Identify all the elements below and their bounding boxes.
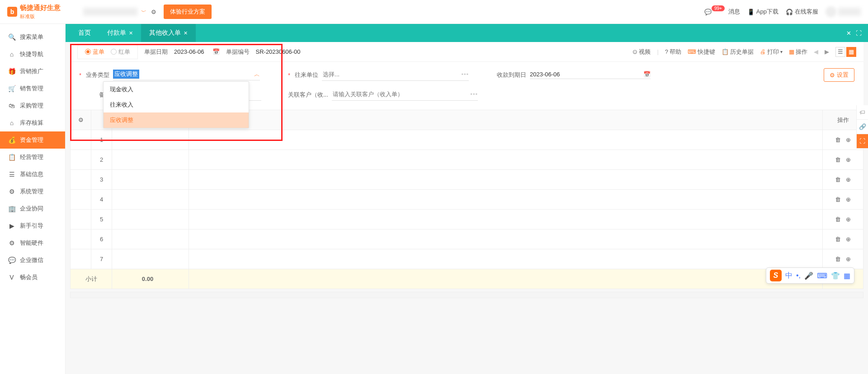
view-list-button[interactable]: ☰ bbox=[835, 47, 845, 57]
gear-icon[interactable]: ⚙ bbox=[151, 9, 156, 15]
messages-link[interactable]: 💬 99+ 消息 bbox=[704, 8, 740, 16]
due-date-input-wrap[interactable]: 2023-06-06 📅 bbox=[530, 71, 651, 79]
close-icon[interactable]: ✕ bbox=[129, 30, 133, 36]
copy-icon[interactable]: ⊕ bbox=[846, 136, 851, 143]
online-service-link[interactable]: 🎧 在线客服 bbox=[786, 8, 818, 16]
sidebar-item-hardware[interactable]: ⚙智能硬件 bbox=[0, 234, 65, 252]
ime-toolbar[interactable]: S 中 •, 🎤 ⌨ 👕 ▦ bbox=[766, 267, 854, 284]
sidebar-item-wechat[interactable]: 💬企业微信 bbox=[0, 252, 65, 269]
sidebar-item-purchase[interactable]: 🛍采购管理 bbox=[0, 97, 65, 114]
delete-icon[interactable]: 🗑 bbox=[835, 136, 841, 143]
biz-type-value: 应收调整 bbox=[113, 70, 139, 79]
sidebar-item-inventory[interactable]: ⌂库存核算 bbox=[0, 114, 65, 131]
table-row[interactable]: 7 🗑 ⊕ bbox=[71, 249, 863, 269]
tabs-close-icon[interactable]: ✕ bbox=[846, 30, 851, 37]
sidebar-item-business[interactable]: 📋经营管理 bbox=[0, 149, 65, 166]
biz-type-select[interactable]: 应收调整 ︿ bbox=[113, 70, 260, 80]
delete-icon[interactable]: 🗑 bbox=[835, 256, 841, 262]
tag-icon[interactable]: 🏷 bbox=[857, 105, 868, 120]
counterparty-input[interactable] bbox=[322, 69, 448, 79]
copy-icon[interactable]: ⊕ bbox=[846, 196, 851, 203]
grid-icon: ▦ bbox=[789, 48, 794, 55]
table-row[interactable]: 5 🗑 ⊕ bbox=[71, 210, 863, 229]
table-row[interactable]: 4 🗑 ⊕ bbox=[71, 190, 863, 210]
calendar-icon[interactable]: 📅 bbox=[212, 48, 220, 55]
ime-mic-icon[interactable]: 🎤 bbox=[804, 271, 813, 280]
delete-icon[interactable]: 🗑 bbox=[835, 196, 841, 203]
sidebar-item-shortcut-nav[interactable]: ⌂快捷导航 bbox=[0, 46, 65, 63]
video-link[interactable]: ⊙视频 bbox=[632, 48, 651, 56]
calendar-icon[interactable]: 📅 bbox=[643, 71, 651, 78]
ops-link[interactable]: ▦操作 bbox=[789, 48, 807, 56]
copy-icon[interactable]: ⊕ bbox=[846, 176, 851, 183]
shortcut-link[interactable]: ⌨快捷键 bbox=[688, 48, 715, 56]
sidebar-item-sales[interactable]: 🛒销售管理 bbox=[0, 80, 65, 97]
link-icon[interactable]: 🔗 bbox=[857, 120, 868, 134]
delete-icon[interactable]: 🗑 bbox=[835, 236, 841, 243]
view-grid-button[interactable]: ▦ bbox=[846, 47, 856, 57]
sidebar-item-collab[interactable]: 🏢企业协同 bbox=[0, 200, 65, 217]
sidebar-item-member[interactable]: V畅会员 bbox=[0, 269, 65, 286]
dropdown-option[interactable]: 往来收入 bbox=[104, 97, 249, 112]
sidebar-item-funds[interactable]: 💰资金管理 bbox=[0, 131, 65, 149]
toolbar-right: ⊙视频 | ?帮助 ⌨快捷键 📋历史单据 🖨打印▾ ▦操作 ◀ ▶ ☰ ▦ bbox=[632, 47, 856, 57]
delete-icon[interactable]: 🗑 bbox=[835, 216, 841, 223]
copy-icon[interactable]: ⊕ bbox=[846, 256, 851, 262]
tab-other-income[interactable]: 其他收入单✕ bbox=[141, 24, 196, 42]
phone-icon: 📱 bbox=[747, 9, 755, 15]
sidebar-item-basic-info[interactable]: ☰基础信息 bbox=[0, 166, 65, 183]
org-selector[interactable]: ﹀ bbox=[83, 8, 146, 16]
radio-blue[interactable]: 蓝单 bbox=[85, 48, 104, 56]
copy-icon[interactable]: ⊕ bbox=[846, 236, 851, 243]
ime-keyboard-icon[interactable]: ⌨ bbox=[817, 271, 827, 280]
related-customer-input[interactable] bbox=[332, 89, 458, 99]
table-row[interactable]: 3 🗑 ⊕ bbox=[71, 170, 863, 190]
history-link[interactable]: 📋历史单据 bbox=[722, 48, 754, 56]
more-icon[interactable]: ••• bbox=[461, 71, 469, 78]
settings-button[interactable]: ⚙设置 bbox=[824, 68, 854, 82]
voucher-type-radio: 蓝单 红单 bbox=[77, 45, 138, 59]
app-download-link[interactable]: 📱 App下载 bbox=[747, 8, 778, 16]
tab-payment[interactable]: 付款单✕ bbox=[99, 24, 141, 42]
sidebar-item-marketing[interactable]: 🎁营销推广 bbox=[0, 63, 65, 80]
table-row[interactable]: 2 🗑 ⊕ bbox=[71, 150, 863, 170]
header-right: 💬 99+ 消息 📱 App下载 🎧 在线客服 bbox=[704, 6, 861, 17]
delete-icon[interactable]: 🗑 bbox=[835, 176, 841, 183]
sidebar-item-guide[interactable]: ▶新手引导 bbox=[0, 217, 65, 234]
next-icon[interactable]: ▶ bbox=[825, 48, 829, 55]
delete-icon[interactable]: 🗑 bbox=[835, 156, 841, 163]
user-avatar[interactable] bbox=[826, 6, 861, 17]
ime-skin-icon[interactable]: 👕 bbox=[831, 271, 840, 280]
play-circle-icon: ⊙ bbox=[632, 48, 637, 55]
counterparty-select[interactable]: ••• bbox=[322, 69, 469, 81]
prev-icon[interactable]: ◀ bbox=[814, 48, 818, 55]
help-link[interactable]: ?帮助 bbox=[665, 48, 681, 56]
print-link[interactable]: 🖨打印▾ bbox=[760, 48, 783, 56]
counterparty-field: * 往来单位 ••• bbox=[288, 69, 478, 81]
ime-lang-icon[interactable]: 中 bbox=[785, 271, 793, 280]
horizontal-scrollbar[interactable] bbox=[70, 292, 863, 298]
table-row[interactable]: 6 🗑 ⊕ bbox=[71, 229, 863, 249]
copy-icon[interactable]: ⊕ bbox=[846, 216, 851, 223]
ime-punct-icon[interactable]: •, bbox=[796, 271, 801, 280]
expand-icon[interactable]: ⛶ bbox=[857, 134, 868, 149]
close-icon[interactable]: ✕ bbox=[184, 30, 188, 36]
cta-button[interactable]: 体验行业方案 bbox=[164, 5, 212, 19]
tab-home[interactable]: 首页 bbox=[70, 24, 99, 42]
counterparty-label: 往来单位 bbox=[295, 71, 318, 79]
copy-icon[interactable]: ⊕ bbox=[846, 156, 851, 163]
tabs-expand-icon[interactable]: ⛶ bbox=[856, 30, 862, 37]
table-row[interactable]: 1 🗑 ⊕ bbox=[71, 130, 863, 150]
radio-red[interactable]: 红单 bbox=[111, 48, 130, 56]
view-toggle: ☰ ▦ bbox=[835, 47, 856, 57]
dropdown-option[interactable]: 现金收入 bbox=[104, 82, 249, 97]
dropdown-option-selected[interactable]: 应收调整 bbox=[104, 112, 249, 128]
sidebar-item-search[interactable]: 🔍搜索菜单 bbox=[0, 28, 65, 46]
ime-grid-icon[interactable]: ▦ bbox=[844, 271, 850, 280]
details-table: ⚙ ▲▼**收 操作 1 🗑 ⊕ 2 🗑 ⊕ 3 bbox=[70, 110, 863, 289]
related-customer-input-wrap[interactable]: ••• bbox=[332, 89, 478, 101]
table-settings-header[interactable]: ⚙ bbox=[71, 110, 91, 130]
doc-date-value[interactable]: 2023-06-06 bbox=[174, 48, 204, 55]
more-icon[interactable]: ••• bbox=[470, 91, 478, 98]
sidebar-item-system[interactable]: ⚙系统管理 bbox=[0, 183, 65, 200]
